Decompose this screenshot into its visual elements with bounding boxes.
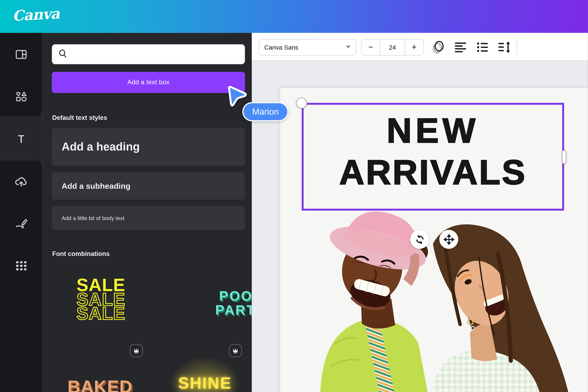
align-left-icon <box>454 41 467 54</box>
draw-icon <box>14 217 28 230</box>
design-text-line2: ARRIVALS <box>304 151 562 193</box>
rotate-button[interactable] <box>410 230 429 249</box>
text-spacing-icon <box>498 40 511 54</box>
text-icon: T <box>14 132 28 146</box>
design-text-line1: NEW <box>304 110 562 151</box>
top-bar: Canva <box>0 0 588 33</box>
sidebar-rail: T <box>0 33 42 392</box>
canvas-area: Canva Sans − 24 + <box>252 33 588 392</box>
text-toolbar: Canva Sans − 24 + <box>252 33 588 61</box>
text-color-button[interactable] <box>430 39 446 56</box>
bullet-list-icon <box>476 41 489 54</box>
combo-sale-line: SALE <box>52 306 150 320</box>
design-icon <box>15 48 28 61</box>
resize-handle-top-left[interactable] <box>296 98 307 108</box>
resize-handle-right[interactable] <box>562 150 566 164</box>
sidebar-item-design[interactable] <box>0 42 42 66</box>
svg-text:T: T <box>18 133 24 145</box>
text-align-button[interactable] <box>452 39 469 56</box>
bullet-list-button[interactable] <box>474 39 491 56</box>
font-combinations-heading: Font combinations <box>52 250 110 258</box>
font-combo-baked[interactable]: BAKED <box>52 376 148 392</box>
add-subheading-card[interactable]: Add a subheading <box>52 172 245 200</box>
font-combo-sale[interactable]: SALE SALE SALE <box>52 278 150 320</box>
font-family-dropdown[interactable]: Canva Sans <box>258 39 356 56</box>
canva-logo[interactable]: Canva <box>12 5 60 24</box>
default-text-styles-heading: Default text styles <box>52 114 107 122</box>
font-size-decrease-button[interactable]: − <box>362 40 380 55</box>
add-body-text-card[interactable]: Add a little bit of body text <box>52 206 245 230</box>
font-size-value[interactable]: 24 <box>380 40 405 55</box>
toolbar-divider <box>516 40 517 55</box>
sidebar-item-elements[interactable] <box>0 84 42 108</box>
font-size-stepper: − 24 + <box>361 39 424 56</box>
add-heading-card[interactable]: Add a heading <box>52 128 245 166</box>
add-text-box-button[interactable]: Add a text box <box>52 72 245 93</box>
collaborator-name-badge: Marion <box>242 102 288 121</box>
text-panel: Add a text box Default text styles Add a… <box>42 33 252 392</box>
canva-editor: Canva T <box>0 0 588 392</box>
chevron-down-icon <box>345 44 351 51</box>
combo-pool-line: POOL <box>190 289 252 303</box>
sidebar-item-draw[interactable] <box>0 211 42 236</box>
pro-crown-badge <box>130 344 143 357</box>
sidebar-item-uploads[interactable] <box>0 170 42 194</box>
combo-pool-line: PARTY <box>190 303 252 317</box>
crown-icon <box>133 348 140 354</box>
elements-icon <box>14 90 28 103</box>
collaborator-name: Marion <box>252 106 279 117</box>
cloud-upload-icon <box>14 175 28 188</box>
move-icon <box>443 234 454 245</box>
apps-grid-icon <box>15 259 28 272</box>
search-input[interactable] <box>52 44 245 64</box>
move-button[interactable] <box>440 230 458 249</box>
sidebar-item-text[interactable]: T <box>0 127 42 151</box>
design-heading-text[interactable]: NEW ARRIVALS <box>304 110 562 193</box>
font-family-value: Canva Sans <box>264 44 298 51</box>
rotate-icon <box>414 234 425 244</box>
selected-text-element[interactable]: NEW ARRIVALS <box>302 103 564 210</box>
sidebar-item-apps[interactable] <box>0 254 42 278</box>
font-size-increase-button[interactable]: + <box>405 40 424 55</box>
text-spacing-button[interactable] <box>496 39 512 56</box>
font-combo-shine[interactable]: SHINE <box>162 374 248 392</box>
search-icon <box>58 48 68 60</box>
text-color-icon <box>430 40 446 55</box>
font-combo-pool-party[interactable]: POOL PARTY <box>190 289 252 317</box>
